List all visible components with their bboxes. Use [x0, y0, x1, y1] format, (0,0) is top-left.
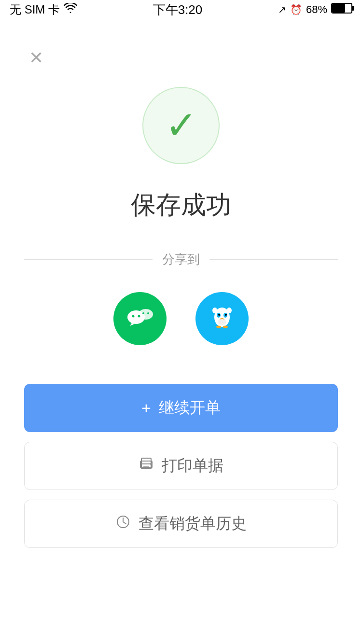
main-content: ✕ ✓ 保存成功 分享到	[0, 19, 362, 644]
svg-point-11	[218, 314, 220, 316]
svg-point-1	[139, 309, 153, 320]
alarm-icon: ⏰	[290, 4, 302, 15]
view-history-label: 查看销货单历史	[139, 513, 247, 534]
success-title: 保存成功	[131, 188, 231, 222]
continue-order-button[interactable]: + 继续开单	[24, 384, 338, 432]
status-right: ↗ ⏰ 68%	[278, 3, 352, 16]
print-receipt-label: 打印单据	[162, 455, 223, 476]
print-icon	[139, 456, 154, 476]
status-left: 无 SIM 卡	[10, 2, 77, 17]
svg-point-16	[223, 326, 228, 328]
svg-point-2	[132, 315, 135, 318]
share-divider: 分享到	[24, 251, 338, 268]
location-icon: ↗	[278, 4, 286, 15]
svg-point-14	[218, 319, 226, 325]
share-icons-row	[113, 292, 249, 345]
success-circle: ✓	[142, 87, 220, 164]
svg-point-8	[227, 308, 232, 313]
print-receipt-button[interactable]: 打印单据	[24, 442, 338, 490]
svg-point-22	[150, 463, 152, 465]
status-time: 下午3:20	[153, 1, 203, 18]
checkmark-icon: ✓	[165, 106, 197, 145]
battery-percent: 68%	[306, 3, 327, 16]
svg-point-5	[147, 312, 149, 314]
close-icon: ✕	[29, 49, 43, 67]
continue-order-icon: +	[141, 399, 151, 418]
status-bar: 无 SIM 卡 下午3:20 ↗ ⏰ 68%	[0, 0, 362, 19]
svg-line-25	[123, 522, 126, 524]
close-button[interactable]: ✕	[24, 46, 48, 70]
wechat-share-button[interactable]	[113, 292, 167, 345]
svg-point-7	[212, 308, 217, 313]
battery-icon	[331, 3, 352, 16]
action-buttons: + 继续开单 打印单据	[24, 384, 338, 548]
svg-point-12	[225, 314, 227, 316]
divider-line-left	[24, 259, 153, 260]
divider-line-right	[209, 259, 338, 260]
qq-share-button[interactable]	[195, 292, 249, 345]
continue-order-label: 继续开单	[159, 397, 221, 419]
svg-point-4	[142, 312, 144, 314]
share-label: 分享到	[162, 251, 200, 268]
history-icon	[115, 514, 131, 533]
svg-point-3	[138, 315, 140, 318]
view-history-button[interactable]: 查看销货单历史	[24, 500, 338, 548]
no-sim-label: 无 SIM 卡	[10, 2, 60, 17]
svg-point-15	[216, 326, 221, 328]
wifi-icon	[64, 3, 77, 16]
